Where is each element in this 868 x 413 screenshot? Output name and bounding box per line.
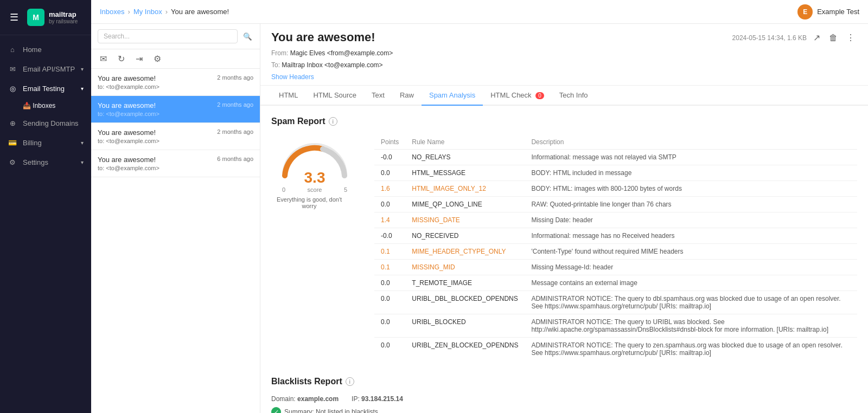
spam-report-content: 3.3 0 score 5 Everything is good, don't … [271,135,857,360]
chevron-down-icon-2: ▾ [81,86,84,92]
sidebar-item-billing[interactable]: 💳 Billing ▾ [0,133,91,152]
sidebar-item-inboxes[interactable]: 📥 Inboxes [0,98,91,113]
blacklist-summary-text: Summary: Not listed in blacklists [284,408,378,413]
desc-cell: 'Content-Type' found without required MI… [525,244,857,260]
check-icon: ✓ [271,407,281,413]
main-content: Inboxes › My Inbox › You are awesome! E … [91,0,868,413]
spam-row-6: -0.0 NO_RECEIVED Informational: message … [374,228,857,244]
email-subject: You are awesome! [271,30,393,44]
email-api-icon: ✉ [8,64,17,74]
email-detail: You are awesome! From: Magic Elves <from… [260,24,868,413]
blacklists-report-title: Blacklists Report i [271,377,857,386]
sidebar-item-home[interactable]: ⌂ Home [0,40,91,59]
refresh-button[interactable]: ↻ [116,53,127,65]
settings-button[interactable]: ⚙ [151,53,163,65]
email-header-actions: 2024-05-15 14:34, 1.6 KB ↗ 🗑 ⋮ [732,30,857,45]
email-header-left: You are awesome! From: Magic Elves <from… [271,30,393,81]
points-cell: 1.6 [374,181,405,197]
chevron-down-icon-4: ▾ [81,159,84,165]
settings-icon: ⚙ [8,157,17,167]
content-area: 🔍 ✉ ↻ ⇥ ⚙ 2 months ago You are awesome! … [91,24,868,413]
points-cell: 0.1 [374,244,405,260]
msg-time-3: 2 months ago [217,128,253,135]
breadcrumb-my-inbox[interactable]: My Inbox [133,8,162,16]
points-cell: -0.0 [374,150,405,165]
logo-text: mailtrap by railsware [49,10,78,24]
tab-spam-analysis[interactable]: Spam Analysis [422,86,483,106]
spam-row-10: 0.0 URIBL_DBL_BLOCKED_OPENDNS ADMINISTRA… [374,291,857,314]
delete-email-button[interactable]: 🗑 [827,31,840,45]
spam-row-11: 0.0 URIBL_BLOCKED ADMINISTRATOR NOTICE: … [374,314,857,338]
sidebar-item-sending-domains-label: Sending Domains [23,119,79,127]
desc-cell: BODY: HTML: images with 800-1200 bytes o… [525,181,857,197]
menu-toggle[interactable]: ☰ [8,9,21,25]
tab-html[interactable]: HTML [271,86,305,106]
html-check-badge: 0 [535,92,544,99]
points-cell: 0.0 [374,275,405,291]
spam-row-9: 0.0 T_REMOTE_IMAGE Message contains an e… [374,275,857,291]
more-actions-button[interactable]: ⋮ [844,30,857,45]
msg-time-1: 2 months ago [217,74,253,81]
message-item-3[interactable]: 2 months ago You are awesome! to: <to@ex… [91,123,260,150]
mark-read-button[interactable]: ✉ [98,53,109,65]
tab-text[interactable]: Text [364,86,392,106]
forward-email-button[interactable]: ↗ [811,30,822,45]
rule-cell: MISSING_MID [405,260,525,275]
spam-row-8: 0.1 MISSING_MID Missing Message-Id: head… [374,260,857,275]
points-cell: 0.0 [374,197,405,212]
blacklist-ip: IP: 93.184.215.14 [352,395,403,403]
rule-cell: MIME_HEADER_CTYPE_ONLY [405,244,525,260]
tab-html-check[interactable]: HTML Check 0 [483,86,552,106]
email-header-top: You are awesome! From: Magic Elves <from… [271,30,857,81]
user-name: Example Test [817,8,859,16]
rule-cell: URIBL_DBL_BLOCKED_OPENDNS [405,291,525,314]
search-input[interactable] [98,29,238,43]
spam-report-section: Spam Report i [271,117,857,360]
spam-report-info-icon[interactable]: i [329,117,337,126]
blacklists-info-icon[interactable]: i [346,377,354,386]
msg-to-3: to: <to@example.com> [98,138,253,144]
spam-table: Points Rule Name Description -0.0 NO_REL… [374,135,857,360]
tab-html-source[interactable]: HTML Source [305,86,364,106]
chevron-down-icon-3: ▾ [81,140,84,146]
spam-row-5: 1.4 MISSING_DATE Missing Date: header [374,212,857,228]
points-cell: 0.0 [374,314,405,338]
sidebar-item-sending-domains[interactable]: ⊕ Sending Domains [0,113,91,133]
show-headers-link[interactable]: Show Headers [271,73,314,81]
to-value: Mailtrap Inbox <to@example.com> [282,61,382,69]
points-cell: -0.0 [374,228,405,244]
rule-cell: HTML_MESSAGE [405,165,525,181]
list-toolbar: ✉ ↻ ⇥ ⚙ [91,49,260,69]
email-tabs: HTML HTML Source Text Raw Spam Analysis … [260,86,868,106]
tab-raw[interactable]: Raw [392,86,422,106]
points-cell: 0.0 [374,338,405,361]
message-list: 🔍 ✉ ↻ ⇥ ⚙ 2 months ago You are awesome! … [91,24,260,413]
message-item-4[interactable]: 6 months ago You are awesome! to: <to@ex… [91,150,260,177]
search-button[interactable]: 🔍 [242,31,253,42]
gauge-max: 5 [344,186,347,193]
sidebar-item-email-testing[interactable]: ◎ Email Testing ▾ [0,79,91,98]
tab-tech-info[interactable]: Tech Info [552,86,596,106]
message-item-2[interactable]: 2 months ago You are awesome! to: <to@ex… [91,96,260,123]
spam-row-1: -0.0 NO_RELAYS Informational: message wa… [374,150,857,165]
desc-cell: Missing Message-Id: header [525,260,857,275]
blacklists-report-section: Blacklists Report i Domain: example.com … [271,377,857,413]
sidebar-item-settings[interactable]: ⚙ Settings ▾ [0,152,91,172]
sending-domains-icon: ⊕ [8,118,17,128]
rule-cell: MIME_QP_LONG_LINE [405,197,525,212]
breadcrumb-sep-2: › [165,8,168,16]
home-icon: ⌂ [8,44,17,54]
sidebar-item-email-api[interactable]: ✉ Email API/SMTP ▾ [0,59,91,79]
email-body: Spam Report i [260,106,868,413]
rule-cell: URIBL_ZEN_BLOCKED_OPENDNS [405,338,525,361]
sidebar-logo: ☰ M mailtrap by railsware [0,0,91,35]
email-testing-icon: ◎ [8,83,17,93]
breadcrumb-inboxes[interactable]: Inboxes [100,8,125,16]
forward-button[interactable]: ⇥ [133,53,145,65]
message-item-1[interactable]: 2 months ago You are awesome! to: <to@ex… [91,69,260,96]
msg-time-4: 6 months ago [217,156,253,162]
rule-cell: MISSING_DATE [405,212,525,228]
rule-cell: URIBL_BLOCKED [405,314,525,338]
msg-to-1: to: <to@example.com> [98,83,253,90]
spam-row-4: 0.0 MIME_QP_LONG_LINE RAW: Quoted-printa… [374,197,857,212]
